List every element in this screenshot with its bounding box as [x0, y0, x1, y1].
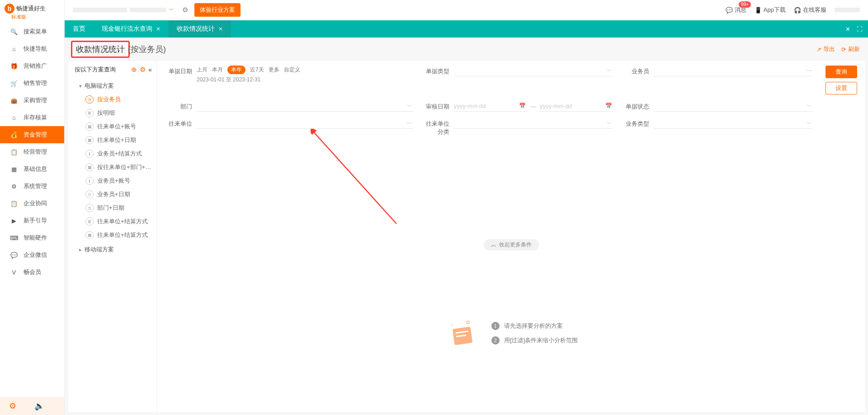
service-btn[interactable]: 🎧 在线客服	[794, 6, 826, 14]
dept-select[interactable]	[197, 101, 413, 112]
settings-btn[interactable]: 设置	[826, 82, 857, 94]
scheme-group-1[interactable]: 移动端方案	[68, 242, 156, 256]
date-opt-0[interactable]: 上月	[197, 66, 208, 74]
date-range-options: 上月本月本年近7天更多自定义	[197, 66, 413, 74]
industry-btn[interactable]: 体验行业方案	[194, 3, 241, 17]
audit-date-to[interactable]	[540, 101, 613, 112]
date-opt-2[interactable]: 本年	[227, 66, 245, 74]
sidebar-item-0[interactable]: 🔍搜索菜单	[0, 23, 64, 40]
sidebar-item-1[interactable]: ⌂快捷导航	[0, 40, 64, 57]
sidebar-item-9[interactable]: ⚙系统管理	[0, 178, 64, 195]
bill-status-select[interactable]	[654, 101, 813, 112]
label-dept: 部门	[165, 101, 197, 111]
sidebar-item-10[interactable]: 📋企业协同	[0, 195, 64, 212]
sidebar-item-13[interactable]: 💬企业微信	[0, 246, 64, 264]
scheme-item-0-1[interactable]: ⊞按明细	[68, 106, 156, 120]
partner-input[interactable]	[197, 118, 413, 129]
tab-fullscreen-icon[interactable]: ⛶	[857, 26, 863, 33]
tab-close-icon[interactable]: ✕	[218, 26, 223, 32]
more-icon[interactable]: ⋯	[807, 67, 812, 74]
chevron-down-icon: ﹀	[607, 67, 612, 75]
scheme-item-0-7[interactable]: ◷业务员+日期	[68, 188, 156, 201]
biz-type-select[interactable]	[654, 118, 813, 129]
settings-icon[interactable]: ⚙	[9, 401, 16, 411]
scheme-item-0-3[interactable]: ▦往来单位+日期	[68, 133, 156, 147]
hint-step-2: 2 用[过滤]条件来缩小分析范围	[491, 336, 578, 344]
scheme-item-0-6[interactable]: ⫿业务员+账号	[68, 174, 156, 188]
add-scheme-icon[interactable]: ⊕	[131, 66, 137, 74]
msg-badge: 99+	[739, 1, 751, 8]
tab-2[interactable]: 收款情况统计✕	[169, 20, 231, 38]
date-opt-1[interactable]: 本月	[212, 66, 223, 74]
calendar-icon[interactable]: 📅	[605, 103, 612, 109]
sidebar-item-7[interactable]: 📋经营管理	[0, 143, 64, 160]
sidebar-item-4[interactable]: 👜采购管理	[0, 92, 64, 109]
partner-cat-select[interactable]	[454, 118, 613, 129]
date-opt-3[interactable]: 近7天	[250, 66, 264, 74]
sidebar-item-11[interactable]: ▶新手引导	[0, 212, 64, 229]
salesman-input[interactable]	[654, 66, 813, 76]
gear-icon: ⚙	[10, 182, 18, 190]
sidebar-menu: 🔍搜索菜单⌂快捷导航🎁营销推广🛒销售管理👜采购管理⌂库存核算💰资金管理📋经营管理…	[0, 23, 64, 397]
svg-point-4	[467, 321, 469, 324]
scheme-icon: ▦	[85, 123, 94, 131]
refresh-btn[interactable]: ⟳刷新	[841, 45, 860, 53]
org-selector[interactable]: ﹀	[73, 6, 174, 14]
headset-icon: 🎧	[794, 7, 801, 14]
scheme-header: 按以下方案查询 ⊕ ⚙ «	[68, 61, 156, 78]
page-title: 收款情况统计	[76, 45, 125, 54]
clip-icon: 📋	[10, 148, 18, 156]
sidebar-item-3[interactable]: 🛒销售管理	[0, 75, 64, 92]
bill-type-select[interactable]	[454, 66, 613, 76]
more-icon[interactable]: ⋯	[407, 120, 412, 126]
box-icon: ⌂	[10, 113, 18, 122]
scheme-item-0-8[interactable]: ◷部门+日期	[68, 201, 156, 215]
main-area: ﹀ ⚙ 体验行业方案 💬 消息 99+ 📱 App下载 🎧 在线客服	[65, 0, 868, 415]
top-gear-icon[interactable]: ⚙	[182, 6, 188, 14]
calendar-icon[interactable]: 📅	[519, 103, 526, 109]
collapse-filters-btn[interactable]: ︽ 收起更多条件	[484, 239, 539, 250]
app-download-btn[interactable]: 📱 App下载	[755, 6, 786, 14]
chevron-down-icon: ﹀	[807, 120, 812, 127]
scheme-group-0[interactable]: 电脑端方案	[68, 78, 156, 93]
export-btn[interactable]: ↗导出	[816, 45, 835, 53]
tab-close-icon[interactable]: ✕	[156, 26, 160, 32]
scheme-item-0-4[interactable]: ⫿业务员+结算方式	[68, 147, 156, 160]
msg-btn[interactable]: 💬 消息 99+	[726, 6, 746, 14]
chevron-down-icon: ﹀	[169, 6, 174, 14]
bag-icon: 👜	[10, 96, 18, 104]
query-btn[interactable]: 查询	[826, 66, 857, 78]
scheme-icon: ⊞	[85, 217, 94, 226]
tabs: 首页现金银行流水查询✕收款情况统计✕ ✕ ⛶	[65, 20, 868, 38]
tab-0[interactable]: 首页	[65, 20, 94, 38]
sound-icon[interactable]: 🔈	[34, 401, 44, 411]
chevron-up-icon: ︽	[491, 241, 496, 249]
date-opt-5[interactable]: 自定义	[284, 66, 300, 74]
logo-icon: b	[5, 4, 14, 14]
logo-edition: 标准版	[11, 14, 60, 20]
sidebar-item-6[interactable]: 💰资金管理	[0, 126, 64, 143]
scheme-item-0-0[interactable]: ◷按业务员	[68, 93, 156, 106]
sidebar-item-12[interactable]: ⌨智能硬件	[0, 229, 64, 246]
scheme-item-0-9[interactable]: ⊞往来单位+结算方式	[68, 215, 156, 228]
label-salesman: 业务员	[622, 66, 654, 75]
tab-1[interactable]: 现金银行流水查询✕	[94, 20, 169, 38]
label-bill-type: 单据类型	[422, 66, 454, 75]
scheme-icon: ⊞	[85, 109, 94, 117]
scheme-icon: ▦	[85, 163, 94, 171]
scheme-item-0-5[interactable]: ▦按往来单位+部门+收...	[68, 160, 156, 174]
sidebar-item-2[interactable]: 🎁营销推广	[0, 57, 64, 75]
logo-text: 畅捷通好生	[16, 5, 46, 13]
chip-icon: ⌨	[10, 234, 18, 242]
scheme-item-0-2[interactable]: ▦往来单位+账号	[68, 120, 156, 133]
sidebar-item-8[interactable]: ▦基础信息	[0, 160, 64, 178]
scheme-item-0-10[interactable]: ▦往来单位+结算方式	[68, 228, 156, 242]
date-opt-4[interactable]: 更多	[269, 66, 279, 74]
collapse-panel-icon[interactable]: «	[148, 66, 152, 73]
scheme-gear-icon[interactable]: ⚙	[140, 66, 146, 74]
audit-date-from[interactable]	[454, 101, 527, 112]
sidebar-item-14[interactable]: V畅会员	[0, 264, 64, 281]
sidebar-item-5[interactable]: ⌂库存核算	[0, 109, 64, 126]
link-icon: 📋	[10, 199, 18, 208]
tab-close-all-icon[interactable]: ✕	[845, 26, 850, 33]
